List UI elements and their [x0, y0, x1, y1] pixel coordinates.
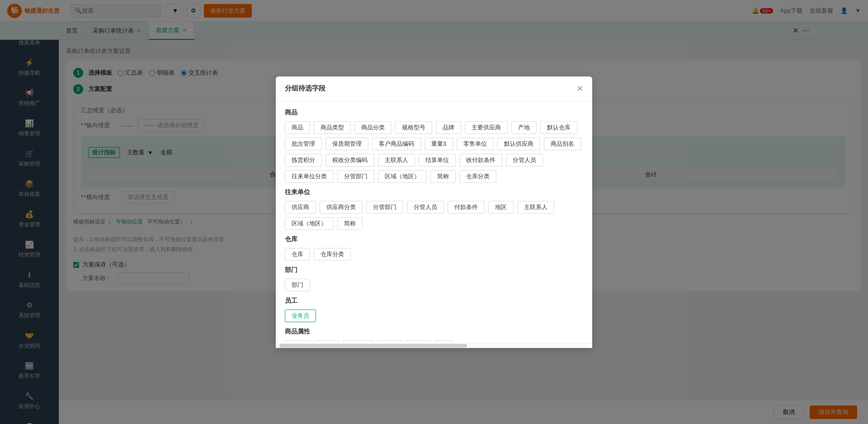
group-tags-3: 部门 [285, 279, 583, 291]
field-tag-1-0[interactable]: 供应商 [285, 201, 316, 214]
field-tag-0-5[interactable]: 主要供应商 [465, 121, 508, 134]
field-tag-4-0[interactable]: 业务员 [285, 310, 316, 322]
group-title-5: 商品属性 [285, 328, 583, 336]
field-tag-1-3[interactable]: 分管人员 [407, 201, 444, 214]
field-tag-0-6[interactable]: 产地 [511, 121, 537, 134]
field-tag-1-2[interactable]: 分管部门 [366, 201, 403, 214]
field-tag-3-0[interactable]: 部门 [285, 279, 310, 291]
modal-title: 分组待选字段 [285, 84, 326, 93]
field-tag-0-2[interactable]: 商品分类 [354, 121, 392, 134]
group-title-3: 部门 [285, 266, 583, 274]
modal-overlay[interactable]: 分组待选字段 ✕ 商品商品商品类型商品分类规格型号品牌主要供应商产地默认仓库批次… [0, 0, 868, 424]
field-tag-2-0[interactable]: 仓库 [285, 248, 310, 261]
field-tag-0-14[interactable]: 商品别名 [544, 138, 581, 150]
field-select-modal: 分组待选字段 ✕ 商品商品商品类型商品分类规格型号品牌主要供应商产地默认仓库批次… [276, 76, 592, 348]
modal-body: 商品商品商品类型商品分类规格型号品牌主要供应商产地默认仓库批次管理保质期管理客户… [276, 101, 592, 343]
field-tag-0-25[interactable]: 仓库分类 [459, 170, 496, 183]
field-tag-0-9[interactable]: 保质期管理 [326, 138, 368, 150]
field-tag-0-3[interactable]: 规格型号 [395, 121, 432, 134]
field-tag-0-15[interactable]: 拣货积分 [285, 154, 322, 167]
field-tag-0-22[interactable]: 分管部门 [337, 170, 374, 183]
field-tag-0-21[interactable]: 往来单位分类 [285, 170, 334, 183]
field-tag-0-24[interactable]: 简称 [430, 170, 456, 183]
group-title-4: 员工 [285, 297, 583, 305]
field-tag-1-4[interactable]: 付款条件 [448, 201, 485, 214]
field-tag-0-19[interactable]: 收付款条件 [459, 154, 502, 167]
group-title-2: 仓库 [285, 235, 583, 243]
field-tag-1-1[interactable]: 供应商分类 [320, 201, 363, 214]
field-tag-0-18[interactable]: 结算单位 [419, 154, 456, 167]
field-tag-0-1[interactable]: 商品类型 [314, 121, 351, 134]
modal-close-button[interactable]: ✕ [576, 84, 583, 94]
field-tag-0-23[interactable]: 区域（地区） [378, 170, 427, 183]
field-tag-1-8[interactable]: 简称 [337, 217, 363, 230]
field-tag-0-4[interactable]: 品牌 [436, 121, 461, 134]
field-tag-2-1[interactable]: 仓库分类 [314, 248, 351, 261]
field-tag-0-7[interactable]: 默认仓库 [540, 121, 577, 134]
field-tag-0-10[interactable]: 客户商品编码 [372, 138, 421, 150]
group-tags-2: 仓库仓库分类 [285, 248, 583, 261]
field-tag-0-13[interactable]: 默认供应商 [497, 138, 540, 150]
field-tag-0-12[interactable]: 零售单位 [457, 138, 494, 150]
field-tag-1-7[interactable]: 区域（地区） [285, 217, 334, 230]
group-tags-4: 业务员 [285, 310, 583, 322]
field-tag-1-6[interactable]: 主联系人 [517, 201, 554, 214]
group-title-1: 往来单位 [285, 188, 583, 196]
modal-horizontal-scrollbar[interactable] [276, 343, 592, 348]
group-tags-1: 供应商供应商分类分管部门分管人员付款条件地区主联系人区域（地区）简称 [285, 201, 583, 230]
field-tag-0-11[interactable]: 重量3 [425, 138, 453, 150]
field-tag-0-16[interactable]: 税收分类编码 [326, 154, 374, 167]
field-tag-0-0[interactable]: 商品 [285, 121, 310, 134]
group-title-0: 商品 [285, 109, 583, 117]
hscroll-thumb[interactable] [279, 344, 467, 348]
field-tag-0-8[interactable]: 批次管理 [285, 138, 322, 150]
field-tag-0-20[interactable]: 分管人员 [506, 154, 543, 167]
field-tag-0-17[interactable]: 主联系人 [378, 154, 415, 167]
modal-header: 分组待选字段 ✕ [276, 76, 592, 101]
field-tag-1-5[interactable]: 地区 [488, 201, 514, 214]
group-tags-0: 商品商品类型商品分类规格型号品牌主要供应商产地默认仓库批次管理保质期管理客户商品… [285, 121, 583, 183]
